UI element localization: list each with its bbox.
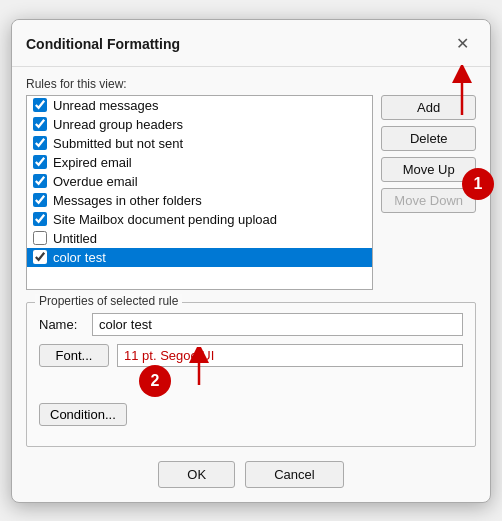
- rule-label: Unread group headers: [53, 117, 183, 132]
- rules-label: Rules for this view:: [26, 77, 476, 91]
- rule-label: Untitled: [53, 231, 97, 246]
- rule-checkbox-unread-messages[interactable]: [33, 98, 47, 112]
- rule-checkbox-overdue[interactable]: [33, 174, 47, 188]
- bottom-buttons: OK Cancel: [26, 461, 476, 488]
- rule-checkbox-other-folders[interactable]: [33, 193, 47, 207]
- rule-label: Submitted but not sent: [53, 136, 183, 151]
- ok-button[interactable]: OK: [158, 461, 235, 488]
- font-preview: 11 pt. Segoe UI: [117, 344, 463, 367]
- rule-checkbox-expired[interactable]: [33, 155, 47, 169]
- cancel-button[interactable]: Cancel: [245, 461, 343, 488]
- rule-label: Site Mailbox document pending upload: [53, 212, 277, 227]
- dialog-body: Rules for this view: Unread messages Unr…: [12, 67, 490, 502]
- rule-label: Overdue email: [53, 174, 138, 189]
- list-item-selected[interactable]: color test: [27, 248, 372, 267]
- annotation-2: 2: [139, 365, 171, 397]
- rule-checkbox-unread-group[interactable]: [33, 117, 47, 131]
- properties-title: Properties of selected rule: [35, 294, 182, 308]
- name-row: Name:: [39, 313, 463, 336]
- font-row: Font... 11 pt. Segoe UI 2: [39, 344, 463, 367]
- rule-label: Messages in other folders: [53, 193, 202, 208]
- name-input[interactable]: [92, 313, 463, 336]
- rule-checkbox-untitled[interactable]: [33, 231, 47, 245]
- conditional-formatting-dialog: Conditional Formatting ✕ Rules for this …: [11, 19, 491, 503]
- list-item[interactable]: Overdue email: [27, 172, 372, 191]
- rules-list[interactable]: Unread messages Unread group headers Sub…: [26, 95, 373, 290]
- list-item[interactable]: Untitled: [27, 229, 372, 248]
- delete-button[interactable]: Delete: [381, 126, 476, 151]
- rule-label: Unread messages: [53, 98, 159, 113]
- properties-section: Properties of selected rule Name: Font..…: [26, 302, 476, 447]
- rule-label: Expired email: [53, 155, 132, 170]
- move-up-button[interactable]: Move Up: [381, 157, 476, 182]
- list-item[interactable]: Unread group headers: [27, 115, 372, 134]
- rule-checkbox-color-test[interactable]: [33, 250, 47, 264]
- add-button[interactable]: Add: [381, 95, 476, 120]
- condition-row: Condition...: [39, 403, 463, 426]
- list-area: Unread messages Unread group headers Sub…: [26, 95, 476, 290]
- rule-checkbox-submitted[interactable]: [33, 136, 47, 150]
- title-bar: Conditional Formatting ✕: [12, 20, 490, 67]
- rule-label-selected: color test: [53, 250, 106, 265]
- condition-button[interactable]: Condition...: [39, 403, 127, 426]
- move-down-button[interactable]: Move Down: [381, 188, 476, 213]
- list-item[interactable]: Expired email: [27, 153, 372, 172]
- list-item[interactable]: Submitted but not sent: [27, 134, 372, 153]
- dialog-title: Conditional Formatting: [26, 36, 180, 52]
- rule-checkbox-site-mailbox[interactable]: [33, 212, 47, 226]
- close-button[interactable]: ✕: [448, 30, 476, 58]
- rules-list-inner: Unread messages Unread group headers Sub…: [27, 96, 372, 267]
- name-label: Name:: [39, 317, 84, 332]
- list-item[interactable]: Site Mailbox document pending upload: [27, 210, 372, 229]
- action-buttons: Add Delete Move Up Move Down 1: [381, 95, 476, 290]
- list-item[interactable]: Messages in other folders: [27, 191, 372, 210]
- list-item[interactable]: Unread messages: [27, 96, 372, 115]
- font-button[interactable]: Font...: [39, 344, 109, 367]
